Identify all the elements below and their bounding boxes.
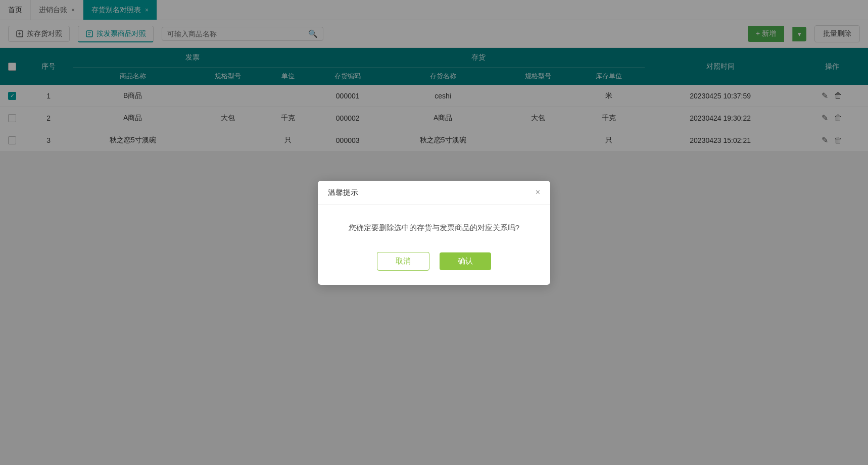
dialog-overlay: 温馨提示 × 您确定要删除选中的存货与发票商品的对应关系吗? 取消 确认 bbox=[0, 0, 868, 151]
